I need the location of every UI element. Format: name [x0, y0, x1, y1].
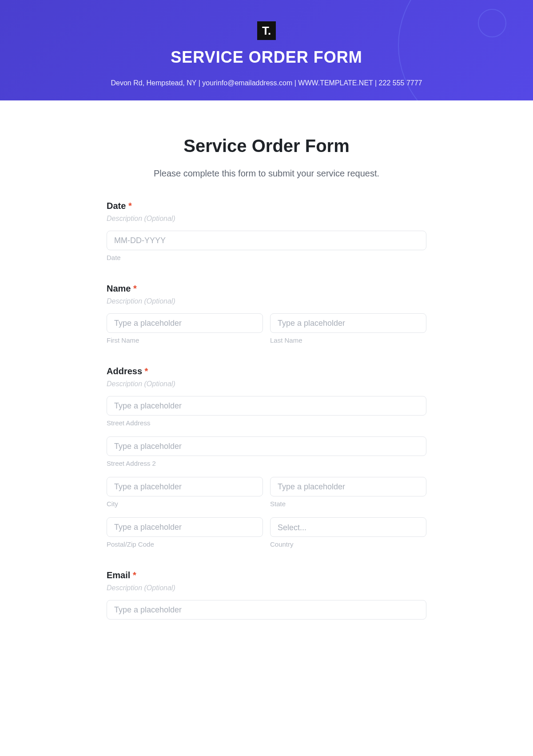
required-mark: *: [133, 570, 136, 580]
last-name-sublabel: Last Name: [270, 336, 426, 344]
date-description: Description (Optional): [107, 215, 426, 223]
field-group-email: Email * Description (Optional): [107, 570, 426, 620]
form-container: Service Order Form Please complete this …: [98, 100, 435, 628]
postal-code-input[interactable]: [107, 517, 263, 537]
field-group-date: Date * Description (Optional) Date: [107, 201, 426, 261]
date-label: Date *: [107, 201, 426, 211]
city-input[interactable]: [107, 477, 263, 496]
city-sublabel: City: [107, 500, 263, 508]
brand-logo: T.: [257, 21, 276, 40]
date-sublabel: Date: [107, 254, 426, 261]
required-mark: *: [128, 201, 132, 211]
state-sublabel: State: [270, 500, 426, 508]
hero-contact-line: Devon Rd, Hempstead, NY | yourinfo@email…: [0, 79, 533, 87]
email-description: Description (Optional): [107, 584, 426, 592]
form-title: Service Order Form: [107, 136, 426, 156]
street-address-2-sublabel: Street Address 2: [107, 460, 426, 467]
address-label-text: Address: [107, 366, 142, 376]
field-group-name: Name * Description (Optional) First Name…: [107, 284, 426, 344]
name-label: Name *: [107, 284, 426, 294]
address-description: Description (Optional): [107, 380, 426, 388]
country-sublabel: Country: [270, 540, 426, 548]
first-name-sublabel: First Name: [107, 336, 263, 344]
form-subtitle: Please complete this form to submit your…: [107, 168, 426, 179]
street-address-2-input[interactable]: [107, 436, 426, 456]
date-label-text: Date: [107, 201, 126, 211]
required-mark: *: [145, 366, 148, 376]
street-address-input[interactable]: [107, 396, 426, 416]
email-label-text: Email: [107, 570, 130, 580]
field-group-address: Address * Description (Optional) Street …: [107, 366, 426, 548]
email-input[interactable]: [107, 600, 426, 620]
first-name-input[interactable]: [107, 313, 263, 333]
hero-title: SERVICE ORDER FORM: [0, 48, 533, 67]
email-label: Email *: [107, 570, 426, 580]
name-label-text: Name: [107, 284, 131, 293]
required-mark: *: [133, 284, 137, 293]
date-input[interactable]: [107, 231, 426, 250]
address-label: Address *: [107, 366, 426, 376]
name-description: Description (Optional): [107, 297, 426, 305]
last-name-input[interactable]: [270, 313, 426, 333]
hero-banner: T. SERVICE ORDER FORM Devon Rd, Hempstea…: [0, 0, 533, 100]
country-select[interactable]: Select...: [270, 517, 426, 537]
state-input[interactable]: [270, 477, 426, 496]
postal-code-sublabel: Postal/Zip Code: [107, 540, 263, 548]
street-address-sublabel: Street Address: [107, 419, 426, 427]
